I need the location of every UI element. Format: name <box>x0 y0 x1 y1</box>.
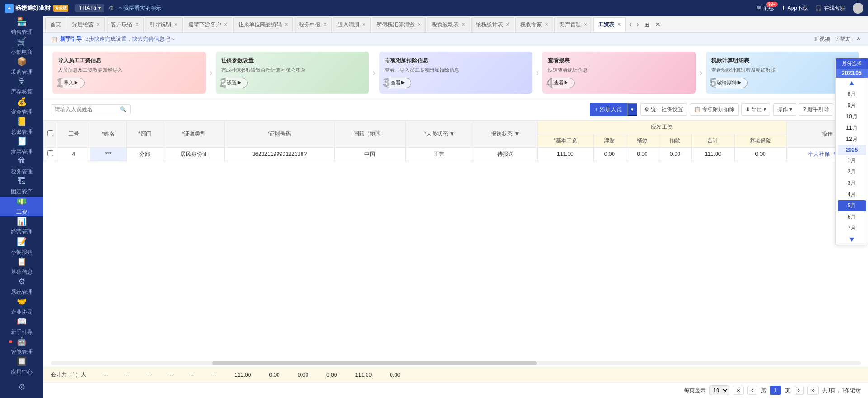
row-status: 正常 <box>406 147 473 161</box>
tab-clearing[interactable]: 进入清册 ✕ <box>333 17 371 32</box>
month-6[interactable]: 6月 <box>836 211 868 223</box>
tab-tax-stats[interactable]: 纳税统计表 ✕ <box>471 17 514 32</box>
tab-tax-stats-close[interactable]: ✕ <box>506 22 509 27</box>
guide-help-link[interactable]: ? 帮助 <box>835 35 851 43</box>
demo-link[interactable]: ○ 我要看实例演示 <box>118 5 161 12</box>
sidebar-item-operations[interactable]: 📊 经营管理 <box>0 216 43 236</box>
first-page-button[interactable]: « <box>733 386 744 395</box>
guide-btn[interactable]: ? 新手引导 <box>799 103 833 116</box>
sidebar-item-smart[interactable]: 🤖 智能管理 <box>0 337 43 356</box>
select-all-checkbox[interactable] <box>47 130 53 136</box>
user-avatar[interactable] <box>853 3 863 14</box>
settings-icon[interactable]: ⚙ <box>109 5 114 11</box>
search-input[interactable] <box>55 106 118 112</box>
row-checkbox[interactable] <box>47 150 53 156</box>
month-10[interactable]: 10月 <box>836 111 868 122</box>
last-page-button[interactable]: » <box>807 386 819 395</box>
tab-tax-expert[interactable]: 税收专家 ✕ <box>515 17 553 32</box>
tab-guide[interactable]: 引导说明 ✕ <box>145 17 183 32</box>
tab-assets-mgr-close[interactable]: ✕ <box>584 22 587 27</box>
sidebar-item-invoice[interactable]: 🧾 发票管理 <box>0 136 43 156</box>
online-service-button[interactable]: 🎧 在线客服 <box>815 5 845 12</box>
sidebar-item-tax[interactable]: 🏛 税务管理 <box>0 156 43 176</box>
tab-tax-report[interactable]: 税务申报 ✕ <box>294 17 332 32</box>
sidebar-item-appcenter[interactable]: 🔲 应用中心 <box>0 356 43 376</box>
tab-tax-report-close[interactable]: ✕ <box>323 22 327 27</box>
per-page-select[interactable]: 10 20 50 <box>709 385 729 395</box>
sidebar-label-tax: 税务管理 <box>11 168 33 176</box>
sidebar-item-marketing[interactable]: 📝 小畅报销 <box>0 236 43 256</box>
tab-hierarchy-close[interactable]: ✕ <box>96 22 100 27</box>
sidebar-item-purchase[interactable]: 📦 采购管理 <box>0 56 43 76</box>
special-deduction-button[interactable]: 📋 专项附加扣除 <box>690 103 739 116</box>
sidebar-item-partner[interactable]: 🤝 企业协同 <box>0 296 43 316</box>
tab-tax-relief-close[interactable]: ✕ <box>462 22 465 27</box>
month-1[interactable]: 1月 <box>836 155 868 166</box>
tab-customer-close[interactable]: ✕ <box>135 22 139 27</box>
sidebar-item-sales[interactable]: 🏪 销售管理 <box>0 16 43 36</box>
tab-salary[interactable]: 工资表 ✕ <box>593 17 626 32</box>
month-8[interactable]: 8月 <box>836 89 868 100</box>
month-2[interactable]: 2月 <box>836 166 868 178</box>
export-button[interactable]: ⬇ 导出 ▾ <box>741 103 770 116</box>
next-page-button[interactable]: › <box>794 386 804 395</box>
sidebar-item-system[interactable]: ⚙ 系统管理 <box>0 276 43 296</box>
app-download-button[interactable]: ⬇ App下载 <box>781 5 808 12</box>
tab-product-code[interactable]: 往来单位商品编码 ✕ <box>233 17 293 32</box>
sidebar-settings-button[interactable]: ⚙ <box>0 376 43 398</box>
sidebar-label-appcenter: 应用中心 <box>11 368 33 376</box>
message-button[interactable]: ✉ 消息 99+ <box>757 5 774 12</box>
tab-product-code-close[interactable]: ✕ <box>284 22 288 27</box>
month-7[interactable]: 7月 <box>836 223 868 234</box>
tab-tax-expert-close[interactable]: ✕ <box>545 22 548 27</box>
horizontal-scrollbar[interactable] <box>51 361 861 365</box>
sidebar-item-ledger[interactable]: 📒 总账管理 <box>0 116 43 136</box>
sidebar-item-inventory[interactable]: 🗄 库存核算 <box>0 76 43 96</box>
tab-nav-list[interactable]: ⊞ <box>642 21 652 28</box>
company-selector[interactable]: THA Ri ▾ <box>75 4 104 12</box>
tab-nav-prev[interactable]: ‹ <box>627 21 634 28</box>
tab-guide-close[interactable]: ✕ <box>174 22 178 27</box>
tab-nav-next[interactable]: › <box>634 21 642 28</box>
search-icon[interactable]: 🔍 <box>120 106 127 112</box>
sidebar-item-assets[interactable]: 🏗 固定资产 <box>0 176 43 196</box>
add-person-dropdown[interactable]: ▾ <box>627 103 637 116</box>
month-3[interactable]: 3月 <box>836 178 868 189</box>
sidebar-item-ecommerce[interactable]: 🛒 小畅电商 <box>0 36 43 56</box>
tab-home[interactable]: 首页 <box>45 17 66 32</box>
unified-setting-button[interactable]: ⚙ 统一社保设置 <box>640 103 687 116</box>
tab-salary-close[interactable]: ✕ <box>617 22 621 27</box>
tab-clearing-close[interactable]: ✕ <box>362 22 366 27</box>
prev-page-button[interactable]: ‹ <box>747 386 757 395</box>
th-nationality: 国籍（地区） <box>334 120 405 147</box>
month-5[interactable]: 5月 <box>838 200 866 211</box>
tab-tax-calc[interactable]: 所得税汇算清缴 ✕ <box>372 17 426 32</box>
sidebar-item-guide[interactable]: 📖 新手引导 <box>0 316 43 336</box>
add-person-button[interactable]: + 添加人员 <box>590 103 627 116</box>
sidebar-item-salary[interactable]: 💵 工资 <box>0 197 43 216</box>
scrollbar-thumb[interactable] <box>212 361 537 365</box>
tab-assets-mgr[interactable]: 资产管理 ✕ <box>554 17 592 32</box>
current-page-button[interactable]: 1 <box>770 386 781 395</box>
operation-button[interactable]: 操作 ▾ <box>773 103 796 116</box>
month-11[interactable]: 11月 <box>836 122 868 134</box>
tab-tax-calc-close[interactable]: ✕ <box>417 22 421 27</box>
guide-close-icon[interactable]: ✕ <box>856 35 861 43</box>
tab-tax-relief[interactable]: 税负波动表 ✕ <box>427 17 470 32</box>
ops-social-link[interactable]: 个人社保 <box>808 151 830 157</box>
tab-customer[interactable]: 客户联络 ✕ <box>106 17 144 32</box>
tab-invite[interactable]: 邀请下游客户 ✕ <box>184 17 232 32</box>
tab-close-all[interactable]: ✕ <box>652 21 663 28</box>
month-next-year[interactable]: ▼ <box>846 235 857 244</box>
month-prev-year[interactable]: ▲ <box>846 79 857 88</box>
month-9[interactable]: 9月 <box>836 100 868 111</box>
guide-video-link[interactable]: ⊙ 视频 <box>813 35 830 43</box>
month-12[interactable]: 12月 <box>836 134 868 145</box>
month-4[interactable]: 4月 <box>836 189 868 200</box>
step-btn-5[interactable]: 敬请期待▶ <box>711 78 748 88</box>
sidebar-item-finance[interactable]: 💰 资金管理 <box>0 96 43 116</box>
tab-invite-close[interactable]: ✕ <box>224 22 227 27</box>
sidebar-item-basic[interactable]: 📋 基础信息 <box>0 256 43 276</box>
tab-hierarchy[interactable]: 分层经营 ✕ <box>67 17 105 32</box>
year-2025[interactable]: 2025 <box>838 145 866 155</box>
